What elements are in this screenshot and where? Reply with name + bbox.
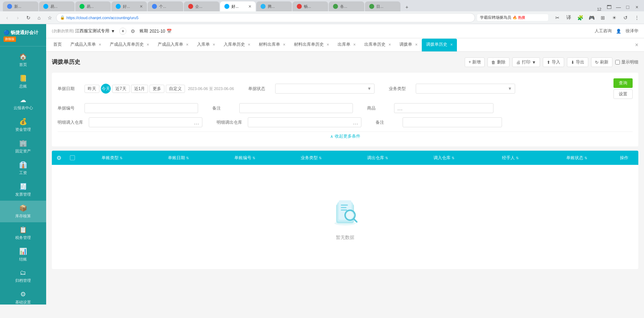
page-tab-product-in-history[interactable]: 产成品入库单历史 × — [105, 39, 153, 51]
scissors-icon[interactable]: ✂ — [553, 13, 562, 22]
sidebar-item-payroll[interactable]: 👔 工资 — [0, 157, 46, 179]
display-toggle[interactable]: 显示明细 — [615, 59, 638, 65]
browser-tab-7[interactable]: 好... × — [220, 1, 256, 11]
query-button[interactable]: 查询 — [613, 78, 633, 88]
page-tab-material-out[interactable]: 材料出库单 × — [255, 39, 290, 51]
goods-select[interactable]: ... — [394, 103, 493, 113]
th-settings[interactable]: ⚙ — [52, 155, 66, 161]
page-tab-stock-out[interactable]: 出库单 × — [333, 39, 360, 51]
export-button[interactable]: ⬇ 导出 — [567, 57, 588, 67]
page-tab-home[interactable]: 首页 — [49, 39, 66, 51]
sidebar-item-asset[interactable]: 🏢 固定资产 — [0, 136, 46, 157]
user-service[interactable]: 人工咨询 — [595, 28, 612, 34]
grid-icon[interactable]: ⊞ — [599, 13, 607, 22]
tab-close-icon[interactable]: × — [450, 42, 453, 47]
settings-button[interactable]: 设置 — [613, 89, 633, 99]
delete-button[interactable]: 🗑 删除 — [487, 57, 509, 67]
browser-search[interactable]: 学霸应聘场驱鸟员 🔥 热搜 — [477, 14, 548, 21]
sidebar-item-settle[interactable]: 📊 结账 — [0, 244, 46, 266]
browser-tab-1[interactable]: 新... — [3, 1, 38, 11]
sidebar-item-inventory[interactable]: 📦 库存核算 — [0, 201, 46, 222]
yesterday-button[interactable]: 昨天 — [84, 85, 99, 93]
bookmark-button[interactable]: ☆ — [45, 13, 54, 22]
th-number[interactable]: 单账编号 ⇅ — [212, 155, 278, 161]
print-button[interactable]: 🖨 打印 ▼ — [512, 57, 540, 67]
tab-close-icon[interactable]: × — [99, 42, 101, 47]
th-checkbox[interactable] — [66, 155, 79, 160]
browser-tab-5[interactable]: 个... — [148, 1, 183, 11]
extension-icon[interactable]: 🧩 — [576, 13, 584, 22]
one-month-button[interactable]: 近1月 — [131, 85, 148, 93]
tab-bar-close-icon[interactable]: × — [632, 42, 641, 48]
history-icon[interactable]: ↺ — [621, 13, 630, 22]
tab-close-icon[interactable]: × — [353, 42, 356, 47]
tab-close-icon[interactable]: × — [249, 4, 251, 9]
browser-tab-4[interactable]: 好... × — [111, 1, 147, 11]
detail-note-input[interactable] — [403, 117, 502, 127]
th-date[interactable]: 单账日期 ⇅ — [145, 155, 212, 161]
detail-out-select[interactable]: ... — [248, 117, 361, 127]
status-select[interactable]: ▼ — [275, 84, 375, 94]
note-input[interactable] — [239, 103, 353, 113]
tab-close-icon[interactable]: × — [147, 42, 149, 47]
collapse-button[interactable]: ∧ 收起更多条件 — [58, 132, 633, 141]
browser-tab-8[interactable]: 腾... — [256, 1, 292, 11]
page-tab-stock-in-history[interactable]: 入库单历史 × — [219, 39, 255, 51]
biz-type-select[interactable]: ▼ — [416, 84, 515, 94]
seven-days-button[interactable]: 近7天 — [112, 85, 130, 93]
browser-tab-9[interactable]: 畅... — [293, 1, 328, 11]
close-window-button[interactable]: × — [633, 3, 641, 11]
th-biz-type[interactable]: 业务类型 ⇅ — [278, 155, 344, 161]
new-tab-button[interactable]: + — [403, 3, 411, 11]
game-icon[interactable]: 🎮 — [587, 13, 596, 22]
page-tab-transfer[interactable]: 调拨单 × — [395, 39, 422, 51]
back-button[interactable]: ‹ — [3, 13, 11, 22]
sidebar-item-invoice[interactable]: 🧾 发票管理 — [0, 179, 46, 201]
page-tab-product-in2[interactable]: 产成品入库单 × — [153, 39, 193, 51]
company-settings-icon[interactable]: ⚙ — [131, 28, 135, 34]
sidebar-item-home[interactable]: 🏠 首页 — [0, 49, 46, 71]
sidebar-item-report[interactable]: ☁ 云报表中心 — [0, 93, 46, 114]
th-in-warehouse[interactable]: 调入仓库 ⇅ — [411, 155, 477, 161]
sidebar-item-capital[interactable]: 💰 资金管理 — [0, 114, 46, 136]
sidebar-item-ledger[interactable]: 📒 总账 — [0, 71, 46, 93]
restore-button[interactable]: 🗔 — [605, 3, 613, 11]
tab-close-icon[interactable]: × — [186, 42, 189, 47]
add-company-button[interactable]: + — [119, 28, 126, 35]
new-button[interactable]: + 新增 — [465, 57, 485, 67]
display-checkbox[interactable] — [615, 60, 620, 65]
maximize-button[interactable]: □ — [623, 3, 632, 11]
sidebar-item-tax[interactable]: 📋 税务管理 — [0, 222, 46, 244]
tab-close-icon[interactable]: × — [415, 42, 417, 47]
translate-icon[interactable]: 译 — [564, 13, 573, 22]
tab-close-icon[interactable]: × — [140, 4, 143, 9]
menu-icon[interactable]: ⋮ — [633, 13, 641, 22]
browser-tab-3[interactable]: 易... — [75, 1, 111, 11]
address-bar[interactable]: 🔒 https://cloud.chanjet.com/accounting/u… — [56, 13, 475, 22]
browser-tab-2[interactable]: 易... — [39, 1, 75, 11]
page-tab-transfer-history[interactable]: 调拨单历史 × — [422, 39, 457, 51]
forward-button[interactable]: › — [13, 13, 22, 22]
page-tab-stock-in[interactable]: 入库单 × — [193, 39, 219, 51]
period-selector[interactable]: 账期 2021-10 📅 — [140, 28, 172, 34]
page-tab-product-in[interactable]: 产成品入库单 × — [66, 39, 105, 51]
tab-close-icon[interactable]: × — [248, 42, 250, 47]
page-tab-material-out-history[interactable]: 材料出库单历史 × — [290, 39, 333, 51]
detail-in-select[interactable]: ... — [89, 117, 202, 127]
select-all-checkbox[interactable] — [70, 155, 75, 160]
browser-tab-11[interactable]: 目... — [365, 1, 400, 11]
home-button[interactable]: ⌂ — [35, 13, 43, 22]
sidebar-item-archive[interactable]: 🗂 归档管理 — [0, 266, 46, 287]
reload-button[interactable]: ↻ — [24, 13, 33, 22]
tab-close-icon[interactable]: × — [327, 42, 329, 47]
page-tab-stock-out-history[interactable]: 出库单历史 × — [360, 39, 395, 51]
custom-date-button[interactable]: 自定义 — [166, 85, 185, 93]
tab-close-icon[interactable]: × — [283, 42, 285, 47]
th-type[interactable]: 单账类型 ⇅ — [79, 155, 145, 161]
th-status[interactable]: 单账状态 ⇅ — [544, 155, 610, 161]
sidebar-item-settings[interactable]: ⚙ 基础设置 — [0, 287, 46, 305]
import-button[interactable]: ⬆ 导入 — [543, 57, 564, 67]
th-out-warehouse[interactable]: 调出仓库 ⇅ — [344, 155, 411, 161]
more-date-button[interactable]: 更多 — [149, 85, 164, 93]
company-selector[interactable]: (勿删勿禁用) 江西服宝测试专用 ▼ — [52, 28, 115, 34]
